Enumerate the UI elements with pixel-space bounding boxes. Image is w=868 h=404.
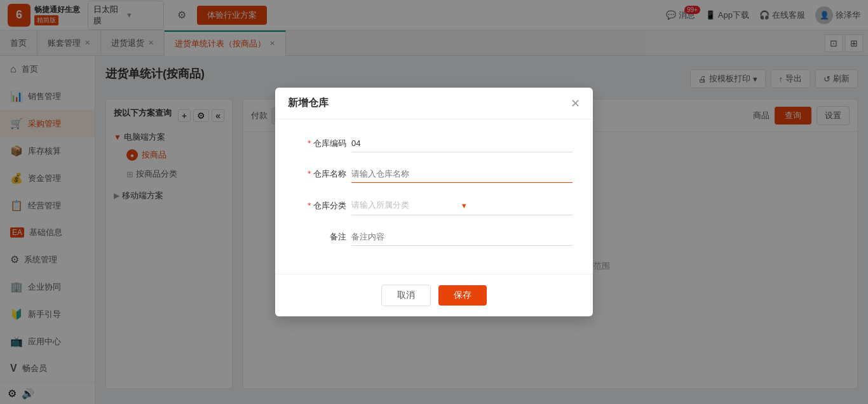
warehouse-category-select[interactable]: 请输入所属分类 ▾ [351, 196, 573, 215]
warehouse-remark-input[interactable] [351, 228, 573, 246]
modal-body: 仓库编码 仓库名称 仓库分类 请输入所属分类 ▾ 备注 [275, 119, 593, 274]
warehouse-code-row: 仓库编码 [295, 135, 573, 152]
modal-overlay: 新增仓库 ✕ 仓库编码 仓库名称 仓库分类 请输入所属分类 ▾ [0, 0, 868, 404]
warehouse-name-input[interactable] [351, 165, 573, 183]
modal-close-button[interactable]: ✕ [571, 98, 580, 109]
warehouse-code-input[interactable] [351, 135, 573, 152]
warehouse-remark-row: 备注 [295, 228, 573, 246]
cancel-button[interactable]: 取消 [381, 285, 431, 306]
warehouse-remark-label: 备注 [295, 231, 346, 243]
warehouse-code-label: 仓库编码 [295, 138, 346, 149]
category-arrow-icon: ▾ [462, 201, 573, 210]
warehouse-name-label: 仓库名称 [295, 168, 346, 180]
warehouse-category-placeholder: 请输入所属分类 [351, 199, 462, 211]
save-button[interactable]: 保存 [438, 285, 487, 306]
modal-footer: 取消 保存 [275, 274, 593, 316]
warehouse-name-row: 仓库名称 [295, 165, 573, 183]
add-warehouse-modal: 新增仓库 ✕ 仓库编码 仓库名称 仓库分类 请输入所属分类 ▾ [275, 88, 593, 316]
warehouse-category-row: 仓库分类 请输入所属分类 ▾ [295, 196, 573, 215]
warehouse-category-label: 仓库分类 [295, 200, 346, 212]
modal-header: 新增仓库 ✕ [275, 88, 593, 119]
modal-title: 新增仓库 [288, 97, 329, 110]
